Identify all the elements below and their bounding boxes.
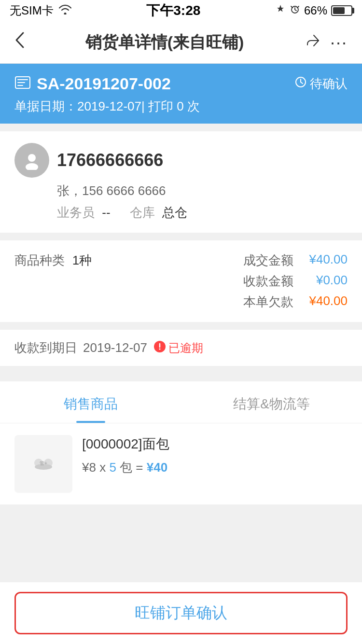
battery-label: 66% [304,4,327,17]
svg-text:管+: 管+ [40,461,47,466]
tab-sales-products[interactable]: 销售商品 [0,381,181,423]
confirm-order-button[interactable]: 旺铺订单确认 [14,592,348,634]
customer-section: 17666666666 张，156 6666 6666 业务员 -- 仓库 总仓 [0,131,362,233]
owed-label: 本单欠款 [243,294,293,310]
location-icon [275,4,286,17]
order-id: SA-20191207-002 [14,74,171,93]
order-date: 单据日期：2019-12-07| 打印 0 次 [14,98,348,115]
warning-icon [153,340,167,356]
tabs-row: 销售商品 结算&物流等 [0,381,362,423]
deal-amount-label: 成交金额 [243,252,293,269]
product-type: 商品种类 1种 [14,252,92,269]
back-button[interactable] [14,31,25,54]
salesperson-value: -- [102,205,110,220]
customer-meta: 业务员 -- 仓库 总仓 [57,204,348,221]
svg-point-3 [28,154,36,162]
order-header-banner: SA-20191207-002 待确认 单据日期：2019-12-07| 打印 … [0,64,362,124]
product-thumbnail: 管+ [14,435,72,493]
product-price: ¥8 x 5 包 = ¥40 [82,459,348,476]
received-label: 收款金额 [243,273,293,290]
order-icon [14,74,31,93]
page-title: 销货单详情(来自旺铺) [85,31,244,54]
due-section: 收款到期日 2019-12-07 已逾期 [0,330,362,366]
status-right: 66% [275,4,352,17]
svg-point-4 [26,163,38,170]
summary-section: 商品种类 1种 成交金额 ¥40.00 收款金额 ¥0.00 本单欠款 ¥40.… [0,240,362,322]
product-details: [0000002]面包 ¥8 x 5 包 = ¥40 [82,435,348,476]
status-bar: 无SIM卡 下午3:28 66% [0,0,362,21]
salesperson-label: 业务员 [57,205,95,220]
nav-bar: 销货单详情(来自旺铺) ··· [0,21,362,64]
product-item: 管+ [0000002]面包 ¥8 x 5 包 = ¥40 [0,423,362,504]
battery-icon [331,5,352,16]
received-amount: ¥0.00 [299,273,348,290]
product-name: [0000002]面包 [82,435,348,453]
owed-amount: ¥40.00 [299,294,348,310]
more-icon[interactable]: ··· [330,32,348,53]
carrier-label: 无SIM卡 [10,3,54,18]
svg-point-6 [159,348,161,350]
warehouse-label: 仓库 [130,205,155,220]
tabs-section: 销售商品 结算&物流等 管+ [0000002]面包 ¥8 x [0,381,362,504]
bottom-bar: 旺铺订单确认 [0,582,362,644]
wifi-icon [58,4,72,17]
alarm-icon [290,4,300,17]
overdue-badge: 已逾期 [153,340,203,356]
customer-name: 张，156 6666 6666 [57,182,348,199]
share-icon[interactable] [304,32,320,52]
due-label: 收款到期日 [14,339,77,356]
order-status: 待确认 [294,75,348,92]
deal-amount: ¥40.00 [299,252,348,269]
status-left: 无SIM卡 [10,3,72,18]
status-time: 下午3:28 [146,1,200,20]
customer-phone: 17666666666 [57,150,163,170]
amounts: 成交金额 ¥40.00 收款金额 ¥0.00 本单欠款 ¥40.00 [243,252,348,310]
clock-icon [294,76,307,92]
tab-settlement[interactable]: 结算&物流等 [181,381,362,423]
nav-actions: ··· [304,32,348,53]
warehouse-value: 总仓 [162,205,187,220]
due-date: 2019-12-07 [83,340,147,355]
avatar [14,143,49,178]
